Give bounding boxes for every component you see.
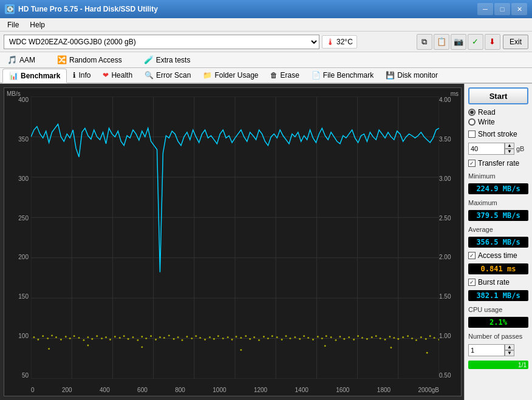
svg-point-95 xyxy=(375,335,377,337)
paste-icon[interactable]: 📋 xyxy=(434,34,449,50)
svg-point-26 xyxy=(65,336,67,337)
svg-point-52 xyxy=(182,339,183,341)
cpu-usage-value: 2.1% xyxy=(468,317,528,328)
short-stroke-up[interactable]: ▲ xyxy=(505,143,514,149)
random-access-icon: 🔀 xyxy=(57,55,67,64)
svg-point-67 xyxy=(249,338,251,340)
num-passes-input[interactable] xyxy=(468,344,505,356)
chart-container: MB/s ms 400 350 300 250 200 150 100 50 4… xyxy=(4,87,462,396)
svg-point-40 xyxy=(128,338,129,340)
tab-error-scan[interactable]: 🔍 Error Scan xyxy=(138,68,197,83)
x-200: 200 xyxy=(62,387,72,393)
tab-disk-monitor[interactable]: 💾 Disk monitor xyxy=(380,68,444,83)
svg-point-39 xyxy=(123,335,125,337)
nav-row1: 🎵 AAM 🔀 Random Access 🧪 Extra tests xyxy=(0,52,532,68)
svg-point-53 xyxy=(186,336,188,337)
svg-point-54 xyxy=(191,337,193,339)
tab-info[interactable]: ℹ Info xyxy=(67,68,97,83)
menu-help[interactable]: Help xyxy=(25,19,50,30)
svg-point-66 xyxy=(245,335,247,337)
transfer-rate-checkbox[interactable]: ✓ Transfer rate xyxy=(468,159,528,168)
svg-point-75 xyxy=(285,335,287,337)
svg-point-34 xyxy=(101,337,103,339)
svg-point-62 xyxy=(227,336,229,338)
maximum-label: Maximum xyxy=(468,199,528,206)
tab-erase[interactable]: 🗑 Erase xyxy=(264,68,305,83)
menu-file[interactable]: File xyxy=(2,19,24,30)
svg-point-100 xyxy=(397,338,399,340)
write-radio[interactable]: Write xyxy=(468,118,528,126)
x-600: 600 xyxy=(137,387,148,393)
nav-extra-tests[interactable]: 🧪 Extra tests xyxy=(139,52,196,67)
burst-rate-checkbox[interactable]: ✓ Burst rate xyxy=(468,278,528,286)
camera-icon[interactable]: 📷 xyxy=(451,34,466,50)
num-passes-up[interactable]: ▲ xyxy=(505,344,514,350)
svg-point-104 xyxy=(415,339,417,341)
num-passes-label: Number of passes xyxy=(468,333,528,340)
transfer-rate-box: ✓ xyxy=(468,160,476,167)
svg-point-36 xyxy=(109,339,111,341)
check-icon[interactable]: ✓ xyxy=(468,34,483,50)
svg-point-80 xyxy=(307,337,309,339)
read-radio[interactable]: Read xyxy=(468,108,528,117)
svg-point-113 xyxy=(240,349,242,351)
access-time-checkbox[interactable]: ✓ Access time xyxy=(468,251,528,260)
erase-icon: 🗑 xyxy=(270,71,278,80)
svg-point-92 xyxy=(361,337,363,339)
svg-point-112 xyxy=(141,346,143,348)
num-passes-spinbox: ▲ ▼ xyxy=(468,344,528,356)
svg-point-38 xyxy=(119,337,121,339)
y-left-150: 150 xyxy=(5,293,29,300)
x-1600: 1600 xyxy=(336,387,349,393)
tab-file-benchmark[interactable]: 📄 File Benchmark xyxy=(305,68,380,83)
download-icon[interactable]: ⬇ xyxy=(485,34,500,50)
svg-point-69 xyxy=(258,339,260,341)
svg-point-61 xyxy=(222,337,224,339)
short-stroke-input[interactable] xyxy=(468,143,505,155)
y-right-200: 2.00 xyxy=(439,254,460,260)
svg-point-51 xyxy=(177,336,179,338)
tab-folder-usage[interactable]: 📁 Folder Usage xyxy=(197,68,264,83)
svg-point-84 xyxy=(326,335,327,337)
svg-point-56 xyxy=(199,337,201,339)
copy-icon[interactable]: ⧉ xyxy=(417,34,432,50)
exit-button[interactable]: Exit xyxy=(503,35,528,49)
access-time-label: Access time xyxy=(478,251,517,260)
tab-health[interactable]: ❤ Health xyxy=(97,68,138,83)
svg-point-85 xyxy=(330,336,332,338)
nav-random-access-label: Random Access xyxy=(69,56,122,64)
y-right-150: 1.50 xyxy=(439,293,460,300)
maximum-value: 379.5 MB/s xyxy=(468,210,528,221)
svg-point-111 xyxy=(87,345,89,347)
svg-point-65 xyxy=(240,337,242,339)
x-1000: 1000 xyxy=(213,387,226,393)
svg-point-101 xyxy=(402,336,404,338)
minimize-button[interactable]: ─ xyxy=(477,3,493,15)
svg-point-22 xyxy=(47,337,49,339)
tab-benchmark[interactable]: 📊 Benchmark xyxy=(2,69,67,83)
svg-point-55 xyxy=(195,335,197,337)
extra-tests-icon: 🧪 xyxy=(144,55,154,64)
svg-point-73 xyxy=(276,336,278,338)
progress-label: 1/1 xyxy=(518,362,527,368)
nav-random-access[interactable]: 🔀 Random Access xyxy=(52,52,127,67)
start-button[interactable]: Start xyxy=(468,87,528,104)
nav-aam[interactable]: 🎵 AAM xyxy=(2,52,40,67)
short-stroke-down[interactable]: ▼ xyxy=(505,149,514,155)
short-stroke-unit: gB xyxy=(516,145,524,152)
drive-select[interactable]: WDC WD20EZAZ-00GGJB0 (2000 gB) xyxy=(4,35,319,49)
x-1400: 1400 xyxy=(295,387,309,393)
y-right-100: 1.00 xyxy=(439,333,460,339)
close-button[interactable]: ✕ xyxy=(511,3,527,15)
svg-point-79 xyxy=(303,335,305,337)
maximize-button[interactable]: □ xyxy=(494,3,510,15)
svg-point-94 xyxy=(371,336,373,338)
tab-error-scan-label: Error Scan xyxy=(156,71,191,80)
app-icon: 💽 xyxy=(5,4,15,14)
short-stroke-checkbox[interactable]: Short stroke xyxy=(468,130,528,138)
nav-tabs: 📊 Benchmark ℹ Info ❤ Health 🔍 Error Scan… xyxy=(0,68,532,84)
num-passes-down[interactable]: ▼ xyxy=(505,350,514,356)
nav-aam-label: AAM xyxy=(19,56,35,64)
svg-point-57 xyxy=(204,339,206,341)
svg-point-68 xyxy=(253,336,255,338)
